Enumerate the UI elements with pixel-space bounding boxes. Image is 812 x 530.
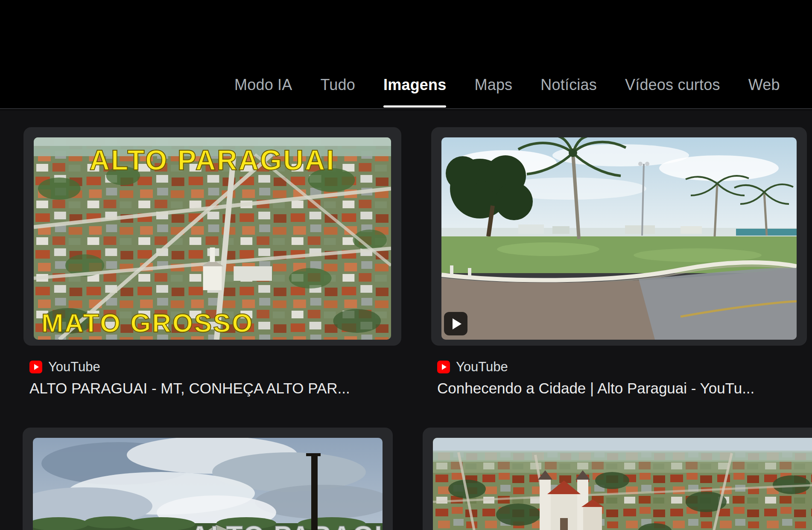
result-thumbnail-3[interactable]: ALTO PARAGUAI [33, 438, 383, 530]
result-card-1[interactable]: ALTO PARAGUAI MATO GROSSO [23, 127, 401, 346]
town-aerial-image: ALTO PARAGUAI MATO GROSSO [34, 137, 391, 340]
city-sign-text: ALTO PARAGUAI [190, 521, 383, 530]
result-title-1[interactable]: ALTO PARAGUAI - MT, CONHEÇA ALTO PAR... [29, 380, 397, 397]
result-source-2[interactable]: YouTube [437, 360, 804, 374]
result-thumbnail-2[interactable] [441, 137, 797, 340]
tab-videos-curtos[interactable]: Vídeos curtos [625, 75, 720, 108]
play-glyph-icon [34, 364, 39, 370]
storm-sky-sign-image: ALTO PARAGUAI [33, 438, 383, 530]
tab-maps[interactable]: Maps [474, 75, 512, 108]
church-aerial-image [433, 438, 812, 530]
youtube-favicon-icon [29, 361, 42, 373]
plaza-image [441, 137, 797, 340]
youtube-favicon-icon [437, 361, 450, 373]
result-thumbnail-1[interactable]: ALTO PARAGUAI MATO GROSSO [34, 137, 391, 340]
tab-tudo[interactable]: Tudo [320, 75, 355, 108]
result-card-3[interactable]: ALTO PARAGUAI [23, 428, 393, 530]
thumbnail-overlay-subtitle: MATO GROSSO [41, 308, 254, 338]
result-source-1[interactable]: YouTube [29, 360, 397, 374]
source-name: YouTube [48, 359, 100, 375]
result-caption-1: YouTube ALTO PARAGUAI - MT, CONHEÇA ALTO… [29, 360, 397, 397]
play-icon [453, 318, 461, 329]
source-name: YouTube [456, 359, 508, 375]
result-caption-2: YouTube Conhecendo a Cidade | Alto Parag… [437, 360, 804, 397]
result-thumbnail-4[interactable] [433, 438, 812, 530]
search-tabs: Modo IA Tudo Imagens Maps Notícias Vídeo… [234, 75, 780, 108]
video-play-badge [444, 312, 467, 335]
tab-noticias[interactable]: Notícias [540, 75, 597, 108]
image-results-grid: ALTO PARAGUAI MATO GROSSO [0, 110, 812, 530]
google-images-results-page: Modo IA Tudo Imagens Maps Notícias Vídeo… [0, 0, 812, 530]
tab-imagens[interactable]: Imagens [383, 75, 446, 108]
result-title-2[interactable]: Conhecendo a Cidade | Alto Paraguai - Yo… [437, 380, 804, 397]
result-card-4[interactable] [423, 428, 812, 530]
result-card-2[interactable] [431, 127, 807, 346]
thumbnail-overlay-title: ALTO PARAGUAI [90, 144, 336, 176]
tab-modo-ia[interactable]: Modo IA [234, 75, 292, 108]
tab-web[interactable]: Web [748, 75, 780, 108]
search-header: Modo IA Tudo Imagens Maps Notícias Vídeo… [0, 0, 812, 109]
play-glyph-icon [442, 364, 447, 370]
